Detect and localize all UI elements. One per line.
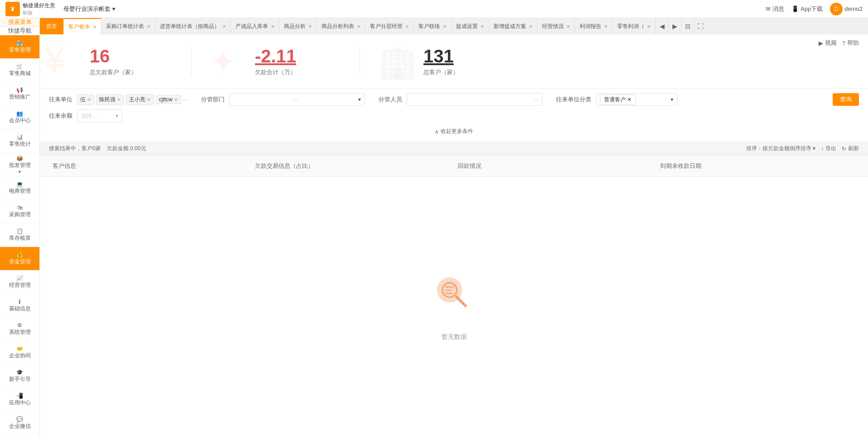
stat-divider-1 [191,48,192,75]
tab-purchase-stats[interactable]: 采购订单统计表 ✕ [101,18,155,34]
person-select-more: ··· [534,97,538,102]
tab-fullscreen-btn[interactable]: ⛶ [694,18,706,34]
collapse-btn[interactable]: ∧ 收起更多条件 [49,126,859,137]
unit-tag-wang-close[interactable]: ✕ [147,97,151,103]
tab-product-analysis-list[interactable]: 商品分析列表 ✕ [317,18,365,34]
page-content: ¥ 16 总欠款客户（家） ✦ -2.11 欠款合计（万） 🏢 [40,34,868,437]
sidebar-item-enterprise-collab[interactable]: 🤝 企业协同 [0,341,39,365]
tab-prev-btn[interactable]: ◀ [656,18,668,34]
sidebar-quick-nav[interactable]: 快捷导航 [0,27,39,35]
tab-customer-tier[interactable]: 客户分层经营 ✕ [365,18,414,34]
sidebar-item-retail-mgmt[interactable]: 🏪 零售管理 [0,35,39,59]
unit-tag-cjttcw-close[interactable]: ✕ [174,97,178,103]
video-help-btn[interactable]: ▶ 视频 [819,39,837,47]
tab-profit-report[interactable]: 利润报告 ✕ [575,18,613,34]
stat-bg-icon-mid: ✦ [210,43,246,80]
sidebar-item-basic-info[interactable]: ℹ 基础信息 [0,294,39,318]
tab-home[interactable]: 首页 [40,18,64,34]
tab-next-btn[interactable]: ▶ [668,18,681,34]
sidebar-item-newbie[interactable]: 🎓 新手引导 [0,365,39,388]
tab-new-commission[interactable]: 新增提成方案 ✕ [489,18,537,34]
tab-purchase-goods-stats[interactable]: 进货单统计表（按商品） ✕ [155,18,231,34]
category-select[interactable]: 普通客户 ✕ ▾ [596,93,677,106]
stat-divider-2 [360,48,360,75]
dept-select[interactable]: ··· ▾ [229,93,365,106]
sidebar-search[interactable]: 搜索菜单 [0,18,39,27]
logo-area: ¥ 畅捷通好生意 标版 [5,2,55,16]
tab-close-customer-ledger[interactable]: ✕ [93,24,96,29]
svg-rect-4 [445,286,454,288]
filter-row-1: 往来单位 伍 ✕ 陈民强 ✕ 王小亮 ✕ [49,93,859,106]
message-btn[interactable]: ✉ 消息 [766,5,784,13]
table-empty-state: 暂无数据 [40,177,868,436]
sidebar-item-inventory[interactable]: 📋 库存核算 [0,223,39,247]
user-menu[interactable]: D demo2 [830,3,863,15]
tab-product-analysis[interactable]: 商品分析 ✕ [279,18,317,34]
sidebar-item-retail-stats[interactable]: 📊 零售统计 [0,129,39,153]
company-dropdown-icon: ▾ [112,5,115,12]
app-logo-icon: ¥ [5,2,20,16]
unit-label: 往来单位 [49,95,72,104]
category-tag-close[interactable]: ✕ [627,96,632,103]
unit-tag-wu-close[interactable]: ✕ [87,97,91,103]
sidebar-item-wholesale[interactable]: 📦 批发管理 ▾ [0,153,39,176]
tab-close-customer-contact[interactable]: ✕ [443,24,446,29]
export-btn[interactable]: ↑ 导出 [821,145,836,152]
unit-tag-area: 伍 ✕ 陈民强 ✕ 王小亮 ✕ cjttcw ✕ [77,95,187,105]
tab-close-new-commission[interactable]: ✕ [529,24,532,29]
person-select[interactable]: ··· [407,93,542,106]
tab-commission-settings[interactable]: 提成设置 ✕ [451,18,489,34]
tab-close-purchase-stats[interactable]: ✕ [147,24,150,29]
sidebar-item-enterprise-wechat[interactable]: 💬 企业微信 [0,412,39,435]
tab-customer-ledger[interactable]: 客户账本 ✕ [64,18,101,34]
balance-select[interactable]: 选择... ▾ [77,109,122,122]
sidebar-item-chang-member[interactable]: ⭐ 畅会员 [0,435,39,437]
newbie-icon: 🎓 [16,369,23,375]
sidebar-item-marketing[interactable]: 📢 营销推广 [0,82,39,106]
app-download-btn[interactable]: 📱 App下载 [791,5,823,13]
stat-bg-icon-right: 🏢 [378,43,414,80]
tab-close-profit-report[interactable]: ✕ [604,24,608,29]
main-layout: 搜索菜单 快捷导航 🏪 零售管理 🛒 零售商城 📢 营销推广 👥 会员中心 📊 … [0,18,868,437]
help-btn[interactable]: ? 帮助 [842,39,859,47]
tab-close-product-analysis-list[interactable]: ✕ [357,24,360,29]
purchase-icon: 🛍 [17,204,23,211]
sidebar-item-purchase[interactable]: 🛍 采购管理 [0,200,39,223]
tab-menu-btn[interactable]: ⊟ [681,18,694,34]
tab-close-production-inbound[interactable]: ✕ [271,24,274,29]
company-select[interactable]: 母婴行业演示帐套 ▾ [63,5,115,13]
empty-text: 暂无数据 [441,333,467,341]
tab-close-retail-profit[interactable]: ✕ [647,24,651,29]
tab-close-purchase-goods-stats[interactable]: ✕ [222,24,226,29]
category-dropdown-icon: ▾ [671,96,673,103]
col-customer-info: 客户信息 [49,160,251,172]
tab-close-customer-tier[interactable]: ✕ [405,24,409,29]
tab-bar: 首页 客户账本 ✕ 采购订单统计表 ✕ 进货单统计表（按商品） ✕ 产成品入库单… [40,18,868,34]
result-bar: 搜索结果中，客户0家 欠款金额 0.00元 排序：按欠款金额倒序排序 ▾ ↑ 导… [40,142,868,156]
tab-production-inbound[interactable]: 产成品入库单 ✕ [231,18,279,34]
stat-clients-label: 总客户（家） [423,68,459,76]
wholesale-icon: 📦 [16,155,23,162]
sidebar-item-retail-mall[interactable]: 🛒 零售商城 [0,59,39,82]
wholesale-arrow-icon: ▾ [19,169,21,174]
stat-debt-label: 欠款合计（万） [255,68,296,76]
sidebar-item-app-center[interactable]: 📲 应用中心 [0,388,39,412]
tab-close-operations[interactable]: ✕ [566,24,570,29]
tab-close-product-analysis[interactable]: ✕ [308,24,312,29]
sidebar-item-ecommerce[interactable]: 💻 电商管理 [0,176,39,200]
tab-retail-profit[interactable]: 零售利润（ ✕ [613,18,656,34]
sidebar-item-finance[interactable]: 💰 资金管理 [0,247,39,271]
tab-operations[interactable]: 经营情况 ✕ [537,18,575,34]
unit-tag-more[interactable]: ··· [183,96,187,103]
search-btn[interactable]: 查询 [833,93,859,106]
member-icon: 👥 [16,110,23,117]
sidebar-item-system[interactable]: ⚙ 系统管理 [0,318,39,341]
download-icon: 📱 [791,5,799,12]
tab-close-commission-settings[interactable]: ✕ [480,24,484,29]
col-due-date: 到期未收款日期 [657,160,859,172]
sidebar-item-member[interactable]: 👥 会员中心 [0,106,39,129]
sidebar-item-operations[interactable]: 📈 经营管理 [0,271,39,294]
tab-customer-contact[interactable]: 客户联络 ✕ [414,18,451,34]
unit-tag-chen-close[interactable]: ✕ [117,97,121,103]
refresh-btn[interactable]: ↻ 刷新 [842,145,859,152]
